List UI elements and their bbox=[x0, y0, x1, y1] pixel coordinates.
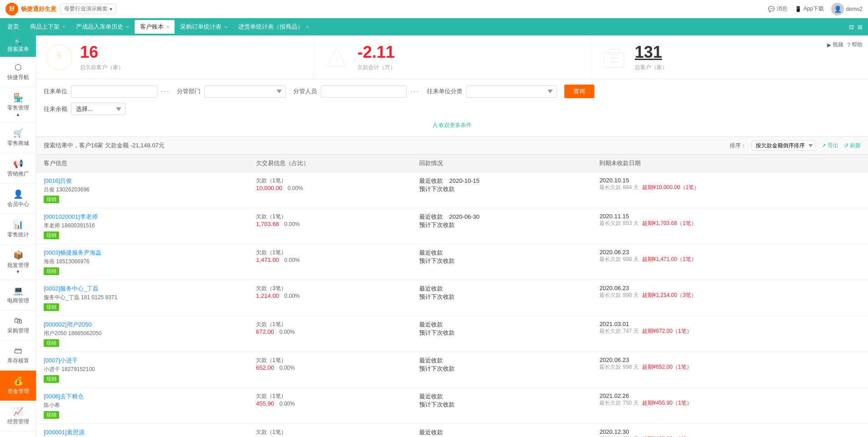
view-video-button[interactable]: ▶ 视频 bbox=[827, 41, 843, 49]
overdue-link-5[interactable]: 超期¥652.00（1笔） bbox=[642, 364, 692, 370]
message-button[interactable]: 💬 消息 bbox=[768, 5, 788, 13]
view-label: 视频 bbox=[833, 41, 843, 49]
close-icon[interactable]: × bbox=[126, 24, 129, 30]
tab-product-shelf[interactable]: 商品上下架 × bbox=[25, 20, 70, 34]
unit-category-select[interactable] bbox=[466, 85, 557, 98]
customer-name-link-4[interactable]: 用户2050 bbox=[67, 321, 92, 328]
tab-product-history[interactable]: 产成品入库单历史 × bbox=[70, 20, 134, 34]
overdue-count-4: 欠款（1笔） bbox=[256, 321, 405, 328]
message-label: 消息 bbox=[777, 5, 788, 13]
export-button[interactable]: ↗ 导出 bbox=[822, 142, 838, 150]
tab-home[interactable]: 首页 bbox=[2, 20, 25, 34]
business-icon: 📈 bbox=[13, 407, 23, 417]
sidebar-item-retail-mall[interactable]: 🛒 零售商城 bbox=[0, 123, 36, 153]
sidebar-item-label: 零售管理 bbox=[7, 104, 29, 112]
cell-due-date-6: 2021.02.26 最长欠款 750 天 超期¥455.90（1笔） bbox=[592, 388, 868, 424]
customer-name-link-0[interactable]: 吕俊 bbox=[60, 177, 72, 184]
collapse-button[interactable]: ⋀ 收起更多条件 bbox=[44, 120, 861, 131]
sidebar-item-finance[interactable]: 💰 资金管理 bbox=[0, 371, 36, 401]
overdue-count-1: 欠款（1笔） bbox=[256, 213, 405, 221]
customer-name-link-7[interactable]: 黄思源 bbox=[67, 429, 85, 436]
sidebar-item-marketing[interactable]: 📢 营销推广 bbox=[0, 153, 36, 184]
sidebar-search-button[interactable]: 🔍 搜索菜单 bbox=[0, 35, 36, 57]
tab-customer-account[interactable]: 客户账本 × bbox=[135, 20, 175, 34]
refresh-button[interactable]: ↺ 刷新 bbox=[844, 142, 861, 150]
tab-purchase-order[interactable]: 采购订单统计表 × bbox=[175, 20, 232, 34]
restore-icon[interactable]: ⊟ bbox=[849, 24, 854, 30]
overdue-percent-5: 0.00% bbox=[279, 365, 295, 371]
tab-actions: ⊟ ⊞ bbox=[845, 24, 866, 30]
close-icon[interactable]: × bbox=[62, 24, 65, 30]
overdue-link-2[interactable]: 超期¥1,471.00（1笔） bbox=[642, 256, 697, 262]
user-menu-button[interactable]: 👤 demo2 bbox=[831, 3, 863, 15]
help-button[interactable]: ? 帮助 bbox=[847, 41, 863, 49]
overdue-link-0[interactable]: 超期¥10,000.00（1笔） bbox=[642, 184, 700, 191]
close-icon[interactable]: × bbox=[306, 24, 309, 30]
overdue-percent-6: 0.00% bbox=[279, 401, 295, 407]
app-download-button[interactable]: 📱 App下载 bbox=[795, 5, 824, 13]
customer-name-link-3[interactable]: 服务中心_丁磊 bbox=[60, 285, 99, 292]
sort-select[interactable]: 按欠款金额倒序排序 bbox=[752, 141, 816, 151]
last-collect-label-7: 最近收款 bbox=[419, 428, 585, 437]
close-icon[interactable]: × bbox=[224, 24, 227, 30]
overdue-percent-1: 0.00% bbox=[284, 221, 300, 227]
balance-select[interactable]: 选择... bbox=[71, 103, 125, 115]
sidebar-item-quick-nav[interactable]: ⬡ 快捷导航 bbox=[0, 57, 36, 87]
overdue-count-2: 欠款（1笔） bbox=[256, 249, 405, 256]
tab-product-shelf-label: 商品上下架 bbox=[30, 23, 60, 31]
overdue-link-1[interactable]: 超期¥1,703.68（1笔） bbox=[642, 220, 697, 226]
overdue-link-6[interactable]: 超期¥455.90（1笔） bbox=[642, 400, 692, 406]
table-row: [0007]小进干 小进干 18279152100 现销 欠款（1笔） 652.… bbox=[36, 352, 868, 388]
col-header-customer-info: 客户信息 bbox=[36, 155, 249, 172]
cell-collection-3: 最近收款 预计下次收款 bbox=[412, 280, 592, 316]
customer-phone-0: 吕俊 13026203696 bbox=[44, 186, 241, 194]
dept-select[interactable] bbox=[204, 85, 286, 98]
customer-name-link-6[interactable]: 去下粮仓 bbox=[60, 393, 84, 400]
col-header-overdue-info: 欠交易信息（占比） bbox=[249, 155, 412, 172]
sidebar-search-label: 搜索菜单 bbox=[4, 45, 32, 53]
sidebar-item-business[interactable]: 📈 经营管理 bbox=[0, 401, 36, 432]
tab-goods-stats[interactable]: 进货单统计表（按商品） × bbox=[233, 20, 314, 34]
person-input[interactable] bbox=[321, 85, 407, 98]
sidebar-item-basic-info[interactable]: 📋 基础信息 bbox=[0, 432, 36, 437]
max-days-4: 最长欠款 747 天 超期¥672.00（1笔） bbox=[599, 327, 861, 335]
customer-name-link-1[interactable]: 李老师 bbox=[80, 213, 98, 220]
sidebar-item-purchase[interactable]: 🛍 采购管理 bbox=[0, 311, 36, 341]
overdue-link-4[interactable]: 超期¥672.00（1笔） bbox=[642, 328, 692, 334]
customer-code-6: [0006] bbox=[44, 393, 60, 400]
export-icon: ↗ bbox=[822, 142, 826, 149]
cell-overdue-info-4: 欠款（1笔） 672.00 0.00% bbox=[249, 316, 412, 352]
collapse-label: 收起更多条件 bbox=[439, 122, 472, 128]
stat-card-actions: ▶ 视频 ? 帮助 bbox=[827, 41, 863, 49]
sidebar-item-wholesale[interactable]: 📦 批发管理 ▼ bbox=[0, 245, 36, 280]
customer-name-link-2[interactable]: 畅捷服务尹海蕊 bbox=[60, 249, 101, 256]
source-unit-input[interactable] bbox=[71, 85, 157, 98]
sidebar-item-retail-mgmt[interactable]: 🏪 零售管理 ▲ bbox=[0, 87, 36, 123]
sidebar-item-ecommerce[interactable]: 💻 电商管理 bbox=[0, 280, 36, 311]
cell-due-date-7: 2020.12.30 最长欠款 808 天 超期¥429.00（1笔） bbox=[592, 424, 868, 437]
tenant-selector[interactable]: 母婴行业演示账套 ▾ bbox=[60, 4, 116, 14]
close-icon[interactable]: × bbox=[166, 24, 169, 30]
main-layout: 🔍 搜索菜单 ⬡ 快捷导航 🏪 零售管理 ▲ 🛒 零售商城 📢 营销推广 👤 会… bbox=[0, 35, 868, 437]
overdue-count-3: 欠款（3笔） bbox=[256, 285, 405, 292]
person-dots[interactable]: ··· bbox=[411, 87, 419, 95]
customer-code-4: [000002] bbox=[44, 321, 67, 328]
sidebar-item-inventory[interactable]: 🗃 库存核算 bbox=[0, 341, 36, 371]
sidebar-item-member[interactable]: 👤 会员中心 bbox=[0, 184, 36, 214]
customer-tag-2: 现销 bbox=[44, 267, 59, 275]
overdue-customers-icon: ¥ bbox=[45, 44, 73, 71]
cell-collection-6: 最近收款 预计下次收款 bbox=[412, 388, 592, 424]
retail-mall-icon: 🛒 bbox=[13, 128, 23, 138]
sidebar: 🔍 搜索菜单 ⬡ 快捷导航 🏪 零售管理 ▲ 🛒 零售商城 📢 营销推广 👤 会… bbox=[0, 35, 36, 437]
due-date-0: 2020.10.15 bbox=[599, 177, 861, 184]
customer-name-link-5[interactable]: 小进干 bbox=[60, 357, 78, 364]
customer-phone-6: 陈小希 bbox=[44, 402, 241, 409]
source-unit-dots[interactable]: ··· bbox=[161, 87, 170, 95]
source-unit-label: 往来单位 bbox=[44, 87, 67, 95]
table-row: [000001]黄思源 黄思源 13552700226 现销 欠款（1笔） 42… bbox=[36, 424, 868, 437]
filter-dept: 分管部门 bbox=[177, 85, 286, 98]
sidebar-item-retail-stats[interactable]: 📊 零售统计 bbox=[0, 214, 36, 245]
query-button[interactable]: 查询 bbox=[564, 85, 594, 98]
overdue-link-3[interactable]: 超期¥1,214.00（3笔） bbox=[642, 292, 697, 298]
maximize-icon[interactable]: ⊞ bbox=[858, 24, 863, 30]
